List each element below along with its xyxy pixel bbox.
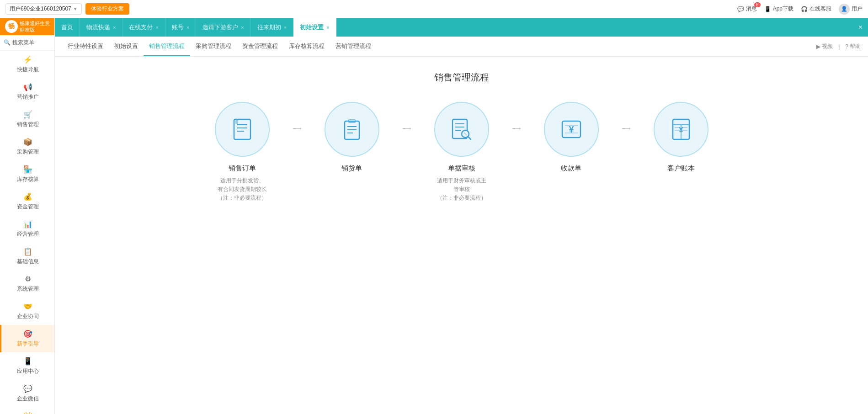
flow-step-document-review: 单据审核适用于财务审核或主管审核（注：非必要流程） xyxy=(421,102,503,203)
flow-step-title-sales-invoice: 销货单 xyxy=(341,164,362,173)
flow-diagram: 销售订单适用于分批发货、有合同发货周期较长（注：非必要流程）--→ 销货单--→… xyxy=(55,93,868,221)
flow-arrow-3: --→ xyxy=(612,102,640,133)
sidebar-item-sys-mgmt[interactable]: ⚙系统管理 xyxy=(0,270,54,297)
sub-tab-capital-flow[interactable]: 资金管理流程 xyxy=(237,37,283,56)
close-tab-icon[interactable]: × xyxy=(241,25,244,30)
inventory-icon: 🏪 xyxy=(23,165,32,174)
flow-step-desc-document-review: 适用于财务审核或主管审核（注：非必要流程） xyxy=(437,176,486,203)
message-item[interactable]: 💬 消息 6 xyxy=(737,5,757,13)
sidebar-item-capital-mgmt[interactable]: 💰资金管理 xyxy=(0,188,54,215)
page-title: 销售管理流程 xyxy=(55,57,868,93)
sub-tab-label: 行业特性设置 xyxy=(68,42,103,50)
svg-rect-4 xyxy=(235,120,238,124)
sub-tab-inventory-flow[interactable]: 库存核算流程 xyxy=(283,37,330,56)
sys-mgmt-icon: ⚙ xyxy=(25,275,31,283)
search-icon: 🔍 xyxy=(4,39,11,46)
sidebar-item-label: 库存核算 xyxy=(17,175,39,183)
nav-tab-online-pay[interactable]: 在线支付× xyxy=(122,18,165,37)
sidebar-item-label: 采购管理 xyxy=(17,148,39,156)
close-tab-icon[interactable]: × xyxy=(155,25,158,30)
flow-step-receipt: ¥ 收款单 xyxy=(530,102,612,176)
sidebar-item-chang-member[interactable]: 👑畅会员 xyxy=(0,407,54,414)
header-left: 用户690企业1660120507 ▼ 体验行业方案 xyxy=(5,3,129,15)
sidebar-item-quick-nav[interactable]: ⚡快捷导航 xyxy=(0,51,54,78)
message-badge: 6 xyxy=(754,2,761,7)
flow-step-sales-invoice: 销货单 xyxy=(311,102,393,176)
sub-tab-purchase-flow[interactable]: 采购管理流程 xyxy=(190,37,237,56)
sub-tabs-container: 行业特性设置初始设置销售管理流程采购管理流程资金管理流程库存核算流程营销管理流程 xyxy=(62,37,377,56)
nav-tab-initial-settings[interactable]: 初始设置× xyxy=(293,18,336,37)
sub-tab-label: 初始设置 xyxy=(114,42,138,50)
customer-service-label: 在线客服 xyxy=(809,5,831,13)
logo-icon: 畅 xyxy=(5,20,18,33)
sidebar-item-enterprise-wechat[interactable]: 💬企业微信 xyxy=(0,380,54,407)
sidebar-item-purchase-mgmt[interactable]: 📦采购管理 xyxy=(0,133,54,160)
nav-tab-label: 首页 xyxy=(61,23,73,32)
sub-tab-label: 营销管理流程 xyxy=(335,42,371,50)
sidebar-item-label: 企业微信 xyxy=(17,395,39,403)
experience-btn[interactable]: 体验行业方案 xyxy=(85,3,129,15)
customer-service-item[interactable]: 🎧 在线客服 xyxy=(801,5,831,13)
close-tab-icon[interactable]: × xyxy=(186,25,189,30)
user-selector-label: 用户690企业1660120507 xyxy=(10,5,71,13)
flow-step-sales-order: 销售订单适用于分批发货、有合同发货周期较长（注：非必要流程） xyxy=(201,102,283,203)
sidebar-item-inventory[interactable]: 🏪库存核算 xyxy=(0,160,54,188)
top-header: 用户690企业1660120507 ▼ 体验行业方案 💬 消息 6 📱 App下… xyxy=(0,0,868,18)
nav-tab-home[interactable]: 首页 xyxy=(55,18,80,37)
content-area: 销售管理流程 销售订单适用于分批发货、有合同发货周期较长（注：非必要流程）--→… xyxy=(55,57,868,414)
app-download-icon: 📱 xyxy=(764,6,771,12)
sidebar-item-basic-info[interactable]: 📋基础信息 xyxy=(0,243,54,270)
nav-tab-account[interactable]: 账号× xyxy=(165,18,196,37)
sidebar-item-sales-mgmt[interactable]: 🛒销售管理 xyxy=(0,106,54,133)
chang-member-icon: 👑 xyxy=(23,412,32,414)
nav-tabs-bar: 首页物流快递×在线支付×账号×邀请下游客户×往来期初×初始设置× × xyxy=(55,18,868,37)
headset-icon: 🎧 xyxy=(801,6,808,12)
flow-circle-receipt[interactable]: ¥ xyxy=(544,102,599,157)
nav-tab-label: 账号 xyxy=(172,23,184,32)
sidebar-item-enterprise-coop[interactable]: 🤝企业协同 xyxy=(0,297,54,325)
help-icon: ? xyxy=(845,43,848,50)
sidebar-item-new-guide[interactable]: 🎯新手引导 xyxy=(0,325,54,352)
close-tab-icon[interactable]: × xyxy=(284,25,287,30)
sidebar-item-label: 营销推广 xyxy=(17,93,39,101)
nav-tab-period-init[interactable]: 往来期初× xyxy=(251,18,293,37)
flow-step-title-customer-account: 客户账本 xyxy=(667,164,695,173)
app-download-item[interactable]: 📱 App下载 xyxy=(764,5,793,13)
flow-circle-customer-account[interactable]: ¥ xyxy=(654,102,708,157)
close-all-tabs-btn[interactable]: × xyxy=(853,18,868,37)
sidebar-item-label: 企业协同 xyxy=(17,313,39,320)
sub-tab-marketing-flow[interactable]: 营销管理流程 xyxy=(330,37,377,56)
sales-mgmt-icon: 🛒 xyxy=(23,110,32,119)
close-tab-icon[interactable]: × xyxy=(113,25,116,30)
enterprise-wechat-icon: 💬 xyxy=(23,384,32,393)
nav-tab-label: 初始设置 xyxy=(300,23,324,32)
flow-step-desc-sales-order: 适用于分批发货、有合同发货周期较长（注：非必要流程） xyxy=(218,176,267,203)
sub-tab-industry-settings[interactable]: 行业特性设置 xyxy=(62,37,109,56)
user-profile-item[interactable]: 👤 用户 xyxy=(839,4,863,15)
close-tab-icon[interactable]: × xyxy=(326,25,329,30)
flow-arrow-1: --→ xyxy=(393,102,421,133)
nav-tab-label: 往来期初 xyxy=(257,23,281,32)
flow-circle-sales-order[interactable] xyxy=(215,102,270,157)
flow-circle-sales-invoice[interactable] xyxy=(325,102,379,157)
sidebar-item-marketing-promo[interactable]: 📢营销推广 xyxy=(0,78,54,106)
sidebar-logo: 畅 畅康通好生意 标准版 xyxy=(0,18,54,35)
nav-tab-logistics[interactable]: 物流快递× xyxy=(80,18,122,37)
video-link[interactable]: ▶ 视频 xyxy=(816,42,833,50)
sub-tab-sales-flow[interactable]: 销售管理流程 xyxy=(144,37,190,56)
svg-rect-6 xyxy=(348,119,356,123)
sidebar-item-operations-mgmt[interactable]: 📊经营管理 xyxy=(0,215,54,243)
sidebar-item-label: 新手引导 xyxy=(17,340,39,348)
sub-tab-initial-setup[interactable]: 初始设置 xyxy=(109,37,144,56)
nav-tab-invite-customer[interactable]: 邀请下游客户× xyxy=(196,18,250,37)
sidebar-item-app-center[interactable]: 📱应用中心 xyxy=(0,352,54,380)
flow-step-title-document-review: 单据审核 xyxy=(448,164,475,173)
flow-step-title-sales-order: 销售订单 xyxy=(229,164,256,173)
help-link[interactable]: ? 帮助 xyxy=(845,42,861,50)
sidebar: 畅 畅康通好生意 标准版 🔍 搜索菜单 ⚡快捷导航📢营销推广🛒销售管理📦采购管理… xyxy=(0,18,55,414)
user-selector[interactable]: 用户690企业1660120507 ▼ xyxy=(5,3,82,15)
flow-circle-document-review[interactable] xyxy=(434,102,489,157)
sidebar-search[interactable]: 🔍 搜索菜单 xyxy=(0,35,54,51)
flow-arrow-2: --→ xyxy=(503,102,530,133)
main-layout: 畅 畅康通好生意 标准版 🔍 搜索菜单 ⚡快捷导航📢营销推广🛒销售管理📦采购管理… xyxy=(0,18,868,414)
